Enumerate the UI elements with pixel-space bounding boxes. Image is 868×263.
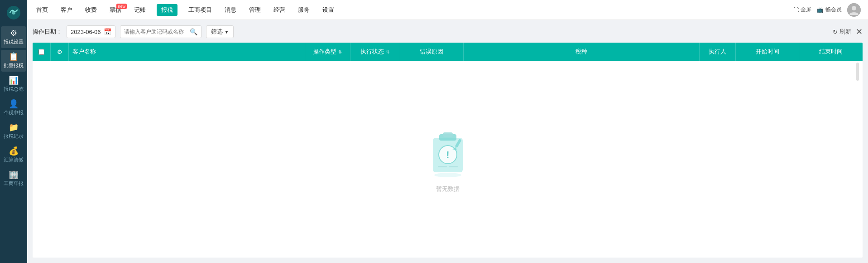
- th-end-time: 结束时间: [799, 43, 863, 61]
- baoshuizonglan-icon: 📊: [9, 76, 19, 84]
- fullscreen-icon: ⛶: [793, 7, 799, 13]
- sidebar-item-baoshuijilu[interactable]: 📁 报税记录: [1, 121, 26, 142]
- th-checkbox[interactable]: [33, 43, 51, 61]
- nav-customer[interactable]: 客户: [59, 0, 74, 20]
- main-content: 首页 客户 收费 票据 new 记账 报税 工商项目 消息 管理 经营 服务 设…: [27, 0, 868, 263]
- nav-shezhi[interactable]: 设置: [321, 0, 336, 20]
- piaju-badge: new: [116, 4, 127, 9]
- svg-rect-11: [438, 166, 447, 167]
- date-input[interactable]: 2023-06-06 📅: [67, 25, 115, 38]
- table-header: ⚙ 客户名称 操作类型 ⇅ 执行状态 ⇅ 错误原因 税种: [33, 43, 863, 61]
- select-all-checkbox[interactable]: [38, 49, 44, 55]
- huisuanjiaona-icon: 💰: [9, 147, 19, 155]
- nav-jingying[interactable]: 经营: [272, 0, 287, 20]
- sidebar-item-gongshangnianbao[interactable]: 🏢 工商年报: [1, 168, 26, 190]
- nav-fuwu[interactable]: 服务: [296, 0, 312, 20]
- sidebar-item-geshuishenbao[interactable]: 👤 个税申报: [1, 97, 26, 119]
- sidebar-item-baoshuizonglan[interactable]: 📊 报税总览: [1, 73, 26, 95]
- svg-rect-6: [443, 132, 453, 137]
- nav-baoshui[interactable]: 报税: [157, 4, 177, 16]
- user-avatar[interactable]: [847, 3, 861, 17]
- top-navigation: 首页 客户 收费 票据 new 记账 报税 工商项目 消息 管理 经营 服务 设…: [27, 0, 868, 20]
- toolbar: 操作日期： 2023-06-06 📅 🔍 筛选 ▼ ↻ 刷新 ✕: [33, 25, 863, 38]
- table-body: ! 暂无数据: [33, 61, 863, 258]
- sidebar-item-huisuanjiaona[interactable]: 💰 汇算清缴: [1, 144, 26, 166]
- svg-point-13: [434, 173, 461, 177]
- fullscreen-button[interactable]: ⛶ 全屏: [793, 6, 811, 14]
- data-table: ⚙ 客户名称 操作类型 ⇅ 执行状态 ⇅ 错误原因 税种: [33, 43, 863, 258]
- topnav-right: ⛶ 全屏 📺 畅会员: [793, 3, 861, 17]
- svg-point-1: [12, 11, 15, 15]
- baoshuishezhi-icon: ⚙: [10, 29, 17, 37]
- scroll-indicator[interactable]: [856, 63, 859, 81]
- piliangbaoshui-icon: 📋: [9, 53, 19, 61]
- svg-text:!: !: [446, 149, 449, 161]
- svg-rect-12: [449, 166, 458, 167]
- th-op-type: 操作类型 ⇅: [305, 43, 350, 61]
- search-icon: 🔍: [190, 28, 197, 35]
- refresh-button[interactable]: ↻ 刷新: [833, 28, 851, 36]
- sidebar: ⚙ 报税设置 📋 批量报税 📊 报税总览 👤 个税申报 📁 报税记录 💰 汇算清…: [0, 0, 27, 263]
- nav-guanli[interactable]: 管理: [247, 0, 263, 20]
- page-content: 操作日期： 2023-06-06 📅 🔍 筛选 ▼ ↻ 刷新 ✕: [27, 20, 868, 263]
- nav-xiaoxi[interactable]: 消息: [223, 0, 238, 20]
- member-icon: 📺: [817, 7, 824, 13]
- sidebar-item-piliangbaoshui[interactable]: 📋 批量报税: [1, 50, 26, 72]
- date-label: 操作日期：: [33, 28, 62, 36]
- geshuishenbao-icon: 👤: [9, 100, 19, 108]
- op-type-sort-icon[interactable]: ⇅: [338, 49, 342, 54]
- search-box[interactable]: 🔍: [120, 25, 201, 38]
- toolbar-right: ↻ 刷新 ✕: [833, 28, 863, 36]
- th-executor: 执行人: [700, 43, 736, 61]
- gongshangnianbao-icon: 🏢: [9, 170, 19, 179]
- th-error-reason: 错误原因: [400, 43, 464, 61]
- th-start-time: 开始时间: [736, 43, 799, 61]
- nav-jizhang[interactable]: 记账: [132, 0, 148, 20]
- nav-piaju[interactable]: 票据 new: [108, 0, 123, 20]
- search-input[interactable]: [124, 29, 190, 35]
- filter-button[interactable]: 筛选 ▼: [206, 25, 234, 38]
- th-settings[interactable]: ⚙: [51, 43, 69, 61]
- th-customer-name: 客户名称: [69, 43, 305, 61]
- th-tax-type: 税种: [464, 43, 700, 61]
- gear-icon: ⚙: [57, 49, 62, 55]
- chevron-down-icon: ▼: [225, 29, 229, 34]
- baoshuijilu-icon: 📁: [9, 123, 19, 132]
- empty-illustration: !: [423, 125, 473, 180]
- exec-status-sort-icon[interactable]: ⇅: [386, 49, 389, 54]
- calendar-icon: 📅: [104, 28, 111, 35]
- sidebar-item-baoshuishezhi[interactable]: ⚙ 报税设置: [1, 26, 26, 48]
- th-exec-status: 执行状态 ⇅: [350, 43, 400, 61]
- close-button[interactable]: ✕: [856, 28, 863, 36]
- member-button[interactable]: 📺 畅会员: [817, 6, 842, 14]
- nav-shoufe[interactable]: 收费: [83, 0, 99, 20]
- empty-text: 暂无数据: [436, 185, 460, 193]
- date-value: 2023-06-06: [71, 29, 101, 35]
- empty-state: ! 暂无数据: [423, 125, 473, 193]
- nav-gongshangxiangmu[interactable]: 工商项目: [187, 0, 214, 20]
- app-logo[interactable]: [5, 4, 23, 22]
- svg-point-3: [852, 6, 856, 10]
- refresh-icon: ↻: [833, 29, 838, 35]
- nav-home[interactable]: 首页: [34, 0, 50, 20]
